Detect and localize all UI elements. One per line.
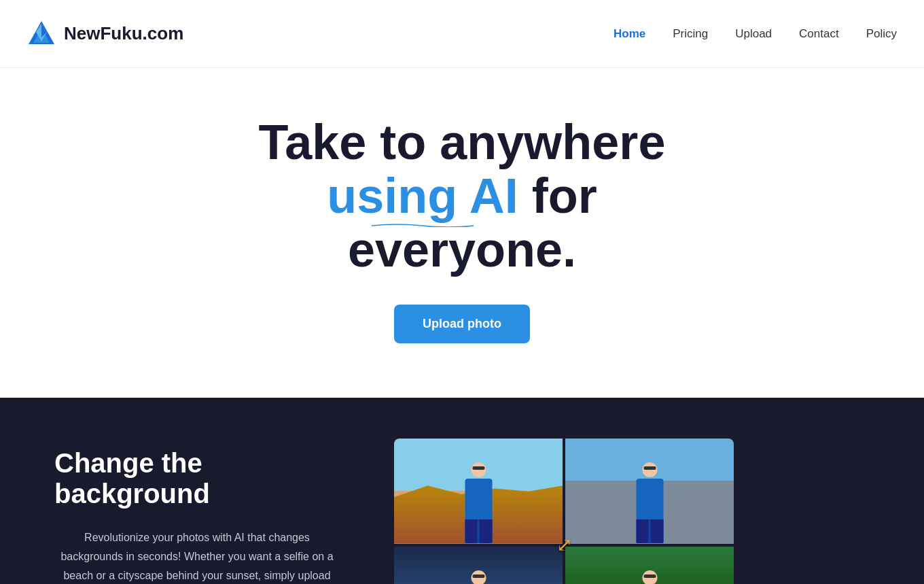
upload-photo-button[interactable]: Upload photo xyxy=(394,305,530,343)
nav-upload[interactable]: Upload xyxy=(735,27,772,41)
logo[interactable]: NewFuku.com xyxy=(27,20,183,48)
feature-heading: Change the background xyxy=(54,448,340,509)
feature-section: Change the background Revolutionize your… xyxy=(0,398,924,584)
feature-description: Revolutionize your photos with AI that c… xyxy=(54,528,340,584)
feature-text-block: Change the background Revolutionize your… xyxy=(54,448,340,584)
grid-center-arrow: ⤢ xyxy=(549,530,579,560)
person-head-city xyxy=(642,462,657,477)
nav-policy[interactable]: Policy xyxy=(866,27,897,41)
main-nav: Home Pricing Upload Contact Policy xyxy=(614,27,897,41)
person-sunglasses xyxy=(472,466,484,470)
hero-title-ai: using AI xyxy=(327,169,518,223)
arrow-icon: ⤢ xyxy=(556,534,572,556)
person-legs xyxy=(465,519,492,543)
feature-image-block: ⤢ xyxy=(394,439,734,584)
nav-contact[interactable]: Contact xyxy=(799,27,839,41)
hero-title-line1: Take to anywhere xyxy=(259,115,666,169)
nav-home[interactable]: Home xyxy=(614,27,645,41)
logo-icon xyxy=(27,20,56,48)
person-city xyxy=(631,462,669,544)
hero-section: Take to anywhere using AI foreveryone. U… xyxy=(0,68,924,398)
photo-cell-forest xyxy=(565,547,734,584)
person-head xyxy=(471,462,486,477)
person-blue xyxy=(460,570,497,584)
person-forest xyxy=(631,570,669,584)
nav-pricing[interactable]: Pricing xyxy=(673,27,708,41)
brand-name: NewFuku.com xyxy=(64,23,183,44)
photo-cell-original xyxy=(394,439,563,544)
hero-title: Take to anywhere using AI foreveryone. xyxy=(27,116,897,277)
person-body xyxy=(465,479,492,519)
photo-grid: ⤢ xyxy=(394,439,734,584)
photo-cell-blue xyxy=(394,547,563,584)
person-original xyxy=(460,462,497,544)
photo-cell-city xyxy=(565,439,734,544)
